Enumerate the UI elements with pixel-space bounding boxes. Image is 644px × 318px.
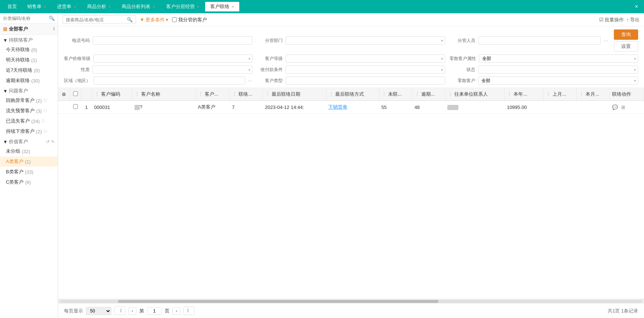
action-qr-icon[interactable]: ⊞ <box>621 105 625 110</box>
nav-tab-客户分层经营[interactable]: 客户分层经营× <box>161 2 204 11</box>
content-area: 🔍 ▼ 更多条件 ▾ 我分管的客户 ☑ 批量操作 ↑ 导出 <box>58 13 644 318</box>
th-settings[interactable]: ⚙ <box>58 88 70 101</box>
more-conditions-button[interactable]: ▼ 更多条件 ▾ <box>140 17 168 23</box>
filter-input-phone[interactable] <box>93 36 253 45</box>
th-action: 联络动作 <box>610 88 644 101</box>
filter-select-dept[interactable] <box>286 36 446 45</box>
sidebar-item-label: 未分组 <box>6 148 20 155</box>
filter-select-nature[interactable] <box>93 66 253 74</box>
filter-select-custlevel[interactable] <box>286 54 446 63</box>
sidebar-item-未分组[interactable]: 未分组(32) <box>0 146 58 156</box>
my-customers-checkbox-wrap[interactable]: 我分管的客户 <box>172 17 207 23</box>
sidebar-search-input[interactable] <box>3 16 47 21</box>
filter-label-phone: 电话号码 <box>64 38 90 44</box>
filter-row-2-3: 零散客户属性 全部 ▾ <box>450 54 638 63</box>
select-all-checkbox[interactable] <box>73 91 78 96</box>
nav-tab-商品分析列表[interactable]: 商品分析列表× <box>117 2 160 11</box>
nav-tab-商品分析[interactable]: 商品分析× <box>82 2 116 11</box>
page-input[interactable] <box>147 307 162 315</box>
region-dots-button[interactable]: ··· <box>248 78 253 84</box>
export-button[interactable]: ↑ 导出 <box>627 17 640 23</box>
action-chat-icon[interactable]: 💬 <box>612 105 618 110</box>
th-last-date[interactable]: 最后联络日期 <box>263 88 326 101</box>
sidebar-item-A类客户[interactable]: A类客户(1) <box>0 156 58 167</box>
sidebar-group-待联络客户[interactable]: ▼待联络客户 <box>0 35 58 45</box>
filter-select-status[interactable] <box>478 66 638 74</box>
per-page-label: 每页显示 <box>64 308 83 314</box>
filter-row-4-2: 客户类型 <box>257 77 446 85</box>
filter-input-region[interactable] <box>93 77 245 85</box>
close-tab-icon[interactable]: × <box>44 4 46 9</box>
edit-icon[interactable]: ✎ <box>51 139 55 144</box>
sidebar-group-价值客户[interactable]: ▼价值客户↺✎ <box>0 137 58 146</box>
th-contact[interactable]: 联络... <box>230 88 263 101</box>
filter-label-custtype: 客户类型 <box>257 78 283 84</box>
info-icon: ⓘ <box>43 129 47 134</box>
sidebar-item-label: 今天待联络 <box>6 46 30 53</box>
filter-select-retail-attr[interactable]: 全部 <box>479 54 638 63</box>
close-tab-icon[interactable]: × <box>153 4 155 9</box>
my-customers-checkbox[interactable] <box>172 17 177 22</box>
prev-page-button[interactable]: ‹ <box>128 307 136 315</box>
close-tab-icon[interactable]: × <box>108 4 111 9</box>
th-code[interactable]: 客户编码 <box>92 88 132 101</box>
sidebar-item-B类客户[interactable]: B类客户(33) <box>0 167 58 177</box>
th-unit-contact[interactable]: 往来单位联系人 <box>445 88 505 101</box>
sidebar-item-逾期未联络[interactable]: 逾期未联络(30) <box>0 75 58 86</box>
th-overdue[interactable]: 逾期... <box>412 88 445 101</box>
th-type[interactable]: 客户... <box>196 88 230 101</box>
sidebar-item-今天待联络[interactable]: 今天待联络(0) <box>0 45 58 55</box>
close-tab-icon[interactable]: × <box>197 4 199 9</box>
th-last-method[interactable]: 最后联络方式 <box>326 88 379 101</box>
filter-label-dept: 分管部门 <box>257 38 283 44</box>
sidebar-item-持续下滑客户[interactable]: 持续下滑客户(2)ⓘ <box>0 126 58 137</box>
th-uncontacted[interactable]: 未联... <box>379 88 412 101</box>
scrollbar-track <box>60 300 643 303</box>
filter-input-manager[interactable] <box>478 36 601 45</box>
sidebar-group-问题客户[interactable]: ▼问题客户 <box>0 86 58 95</box>
page-label-2: 页 <box>165 308 169 314</box>
next-page-button[interactable]: › <box>172 307 180 315</box>
filter-input-custtype[interactable] <box>286 77 446 85</box>
th-this-month[interactable]: 本月... <box>577 88 610 101</box>
filter-select-payment[interactable] <box>286 66 446 74</box>
close-all-button[interactable]: × <box>632 2 641 11</box>
sidebar-item-流失预警客户[interactable]: 流失预警客户(3)ⓘ <box>0 106 58 116</box>
sidebar-item-count: (24) <box>31 119 40 124</box>
close-tab-icon[interactable]: × <box>232 4 234 9</box>
refresh-icon[interactable]: ↺ <box>46 139 50 144</box>
all-customers-header[interactable]: ⊞ 全部客户 《 <box>0 24 58 35</box>
last-page-button[interactable]: 》 <box>183 307 194 315</box>
filter-select-pricelevel[interactable] <box>93 54 253 63</box>
first-page-button[interactable]: 《 <box>114 307 125 315</box>
home-tab[interactable]: 首页 <box>3 2 21 11</box>
last-method-link[interactable]: 下销货单 <box>328 104 347 110</box>
sidebar-item-回购异常客户[interactable]: 回购异常客户(2)ⓘ <box>0 95 58 106</box>
sidebar-item-已流失客户[interactable]: 已流失客户(24)ⓘ <box>0 116 58 126</box>
settings-button[interactable]: 设置 <box>614 41 638 52</box>
sidebar-item-count: (1) <box>25 159 31 165</box>
cell-this-year: 10995.00 <box>505 101 544 114</box>
filter-select-retail[interactable]: 全部 <box>478 77 638 85</box>
search-input[interactable] <box>66 17 125 22</box>
nav-tab-客户联络[interactable]: 客户联络× <box>205 2 239 11</box>
collapse-icon[interactable]: 《 <box>51 26 55 32</box>
triangle-icon: ▼ <box>3 38 8 43</box>
horizontal-scrollbar[interactable] <box>58 299 644 303</box>
sidebar-item-label: 回购异常客户 <box>6 97 35 104</box>
sidebar-item-C类客户[interactable]: C类客户(6) <box>0 177 58 187</box>
batch-op-button[interactable]: ☑ 批量操作 <box>599 17 624 23</box>
sidebar-item-count: (6) <box>25 180 31 185</box>
th-last-month[interactable]: 上月... <box>544 88 577 101</box>
query-button[interactable]: 查询 <box>614 29 638 40</box>
sidebar-item-明天待联络[interactable]: 明天待联络(1) <box>0 55 58 65</box>
nav-tab-销售单[interactable]: 销售单× <box>22 2 51 11</box>
close-tab-icon[interactable]: × <box>74 4 76 9</box>
sidebar-item-近7天待联络[interactable]: 近7天待联络(0) <box>0 65 58 75</box>
nav-tab-进货单[interactable]: 进货单× <box>52 2 81 11</box>
per-page-select[interactable]: 50 100 <box>86 307 111 315</box>
th-this-year[interactable]: 本年... <box>505 88 544 101</box>
row-checkbox[interactable] <box>73 104 78 109</box>
manager-dots-button[interactable]: ··· <box>604 38 608 43</box>
th-name[interactable]: 客户名称 <box>132 88 196 101</box>
